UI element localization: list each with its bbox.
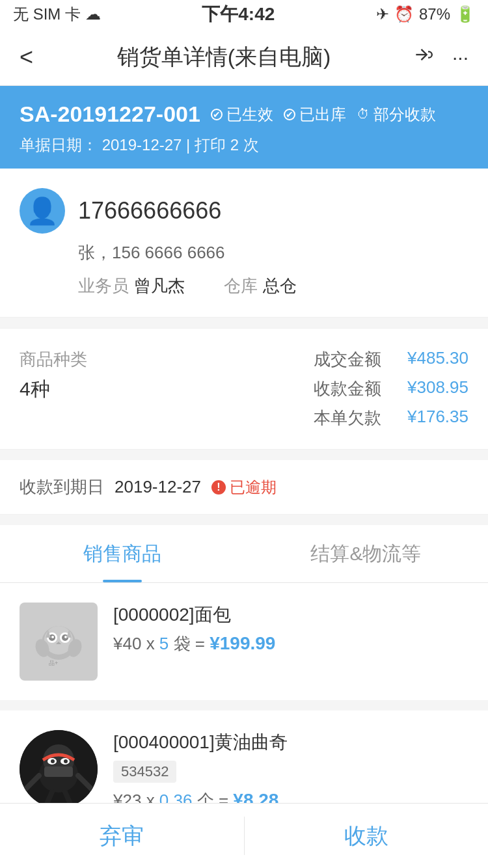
alarm-icon: ⏰ — [394, 5, 414, 23]
tab-sales-label: 销售商品 — [83, 541, 161, 567]
customer-section: 👤 17666666666 张，156 6666 6666 业务员 曾凡杰 仓库… — [0, 169, 488, 318]
product-price-1: ¥40 x 5 袋 = ¥199.99 — [113, 632, 468, 655]
product-sku-2: 534532 — [113, 761, 176, 783]
clock-icon: ⏱ — [357, 107, 370, 122]
svg-point-6 — [51, 636, 54, 638]
header-banner: SA-20191227-001 ✔ 已生效 ✔ 已出库 ⏱ 部分收款 单据日期：… — [0, 86, 488, 169]
warehouse-label: 仓库 — [224, 275, 258, 297]
tab-sales[interactable]: 销售商品 — [0, 525, 244, 582]
location-icon: ✈ — [376, 5, 389, 23]
receipt-label: 收款金额 — [314, 377, 381, 400]
sales-label: 业务员 — [78, 275, 129, 297]
bottom-bar: 弃审 收款 — [0, 803, 488, 868]
receipt-row: 收款金额 ¥308.95 — [314, 377, 468, 400]
due-section: 收款到期日 2019-12-27 ! 已逾期 — [0, 460, 488, 515]
more-icon[interactable]: ··· — [452, 46, 468, 68]
tab-logistics-label: 结算&物流等 — [310, 541, 421, 567]
customer-row: 👤 17666666666 — [20, 188, 468, 234]
unit-price-1: ¥40 — [113, 634, 141, 653]
sales-meta: 业务员 曾凡杰 — [78, 275, 185, 297]
cancel-button[interactable]: 弃审 — [0, 804, 244, 868]
warehouse-meta: 仓库 总仓 — [224, 275, 297, 297]
customer-meta: 业务员 曾凡杰 仓库 总仓 — [78, 275, 468, 297]
nav-bar: < 销货单详情(来自电脑) ··· — [0, 29, 488, 86]
due-date: 2019-12-27 — [115, 477, 201, 497]
back-button[interactable]: < — [20, 44, 33, 71]
due-label: 收款到期日 — [20, 476, 104, 498]
debt-row: 本单欠款 ¥176.35 — [314, 407, 468, 429]
status-bar: 无 SIM 卡 ☁ 下午4:42 ✈ ⏰ 87% 🔋 — [0, 0, 488, 29]
tab-sales-underline — [103, 580, 142, 582]
svg-point-19 — [51, 759, 55, 763]
nav-actions: ··· — [414, 46, 468, 68]
unit-1: 袋 — [174, 634, 191, 653]
type-label: 商品种类 — [20, 348, 87, 371]
equals-1: = — [195, 634, 210, 653]
battery-icon: 🔋 — [455, 5, 475, 23]
print-info: 打印 2 次 — [195, 136, 259, 154]
product-thumb-2 — [20, 730, 98, 808]
product-info-2: [000400001]黄油曲奇 534532 ¥23 x 0.36 个 = ¥8… — [113, 730, 468, 812]
product-name-2: [000400001]黄油曲奇 — [113, 730, 468, 755]
sales-value: 曾凡杰 — [134, 275, 185, 297]
date-value: 2019-12-27 — [102, 136, 182, 154]
battery-label: 87% — [419, 5, 450, 23]
summary-section: 商品种类 4种 成交金额 ¥485.30 收款金额 ¥308.95 本单欠款 ¥… — [0, 328, 488, 450]
confirm-button[interactable]: 收款 — [245, 804, 489, 868]
product-thumb-1: 品+ — [20, 603, 98, 681]
deal-label: 成交金额 — [314, 348, 381, 371]
debt-label: 本单欠款 — [314, 407, 381, 429]
product-item-1[interactable]: 品+ [0000002]面包 ¥40 x 5 袋 = ¥199.99 — [0, 583, 488, 700]
multiply-1: x — [146, 634, 159, 653]
status-tag-2: ✔ 已出库 — [284, 104, 346, 125]
summary-row: 商品种类 4种 成交金额 ¥485.30 收款金额 ¥308.95 本单欠款 ¥… — [20, 348, 468, 429]
avatar-icon: 👤 — [26, 196, 59, 226]
sim-label: 无 SIM 卡 ☁ — [13, 4, 101, 25]
product-name-1: [0000002]面包 — [113, 603, 468, 627]
tab-logistics[interactable]: 结算&物流等 — [244, 525, 488, 582]
order-id: SA-20191227-001 — [20, 102, 200, 127]
date-label: 单据日期： — [20, 136, 98, 154]
share-icon[interactable] — [414, 46, 433, 68]
overdue-label: 已逾期 — [230, 477, 277, 498]
tabs-section: 销售商品 结算&物流等 — [0, 525, 488, 583]
svg-point-20 — [64, 759, 68, 763]
status-right: ✈ ⏰ 87% 🔋 — [376, 5, 475, 23]
page-title: 销货单详情(来自电脑) — [117, 42, 331, 72]
customer-id: 17666666666 — [78, 197, 221, 224]
summary-right: 成交金额 ¥485.30 收款金额 ¥308.95 本单欠款 ¥176.35 — [314, 348, 468, 429]
status-label-3: 部分收款 — [373, 104, 436, 125]
date-separator: | — [186, 136, 195, 154]
status-label-2: 已出库 — [299, 104, 346, 125]
customer-sub: 张，156 6666 6666 — [78, 241, 468, 264]
total-1: ¥199.99 — [210, 633, 275, 653]
overdue-dot: ! — [211, 480, 226, 495]
warehouse-value: 总仓 — [263, 275, 297, 297]
check-dot-2: ✔ — [284, 109, 295, 120]
deal-value: ¥485.30 — [407, 348, 468, 371]
status-left: 无 SIM 卡 ☁ — [13, 4, 101, 25]
summary-left: 商品种类 4种 — [20, 348, 87, 403]
deal-row: 成交金额 ¥485.30 — [314, 348, 468, 371]
status-time: 下午4:42 — [202, 2, 275, 27]
header-date: 单据日期： 2019-12-27 | 打印 2 次 — [20, 135, 468, 156]
receipt-value: ¥308.95 — [407, 377, 468, 400]
product-info-1: [0000002]面包 ¥40 x 5 袋 = ¥199.99 — [113, 603, 468, 655]
status-tag-3: ⏱ 部分收款 — [357, 104, 436, 125]
svg-text:品+: 品+ — [49, 660, 58, 666]
overdue-badge: ! 已逾期 — [211, 477, 277, 498]
tabs-row: 销售商品 结算&物流等 — [0, 525, 488, 582]
type-count: 4种 — [20, 376, 87, 403]
status-label-1: 已生效 — [226, 104, 273, 125]
order-row: SA-20191227-001 ✔ 已生效 ✔ 已出库 ⏱ 部分收款 — [20, 102, 468, 127]
status-tag-1: ✔ 已生效 — [211, 104, 273, 125]
qty-1: 5 — [159, 634, 169, 653]
debt-value: ¥176.35 — [407, 407, 468, 429]
check-dot-1: ✔ — [211, 109, 223, 120]
svg-rect-21 — [44, 766, 73, 777]
avatar: 👤 — [20, 188, 65, 234]
